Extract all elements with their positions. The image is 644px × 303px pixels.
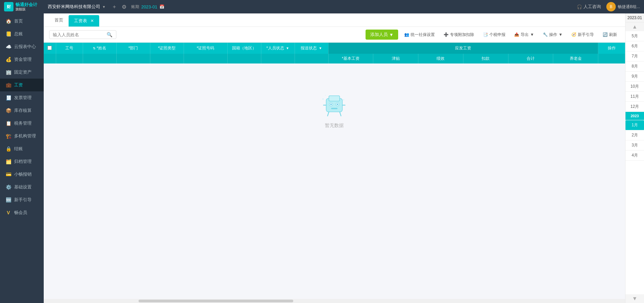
- sidebar-item-tax[interactable]: 📋 税务管理: [0, 117, 44, 130]
- user-menu[interactable]: B 畅捷通B组...: [606, 2, 640, 11]
- th-empty-3: [83, 54, 116, 63]
- sidebar-item-invoice[interactable]: 🧾 发票管理: [0, 91, 44, 104]
- sidebar-label-settings: 基础设置: [14, 184, 32, 190]
- user-avatar: B: [606, 2, 616, 11]
- month-4-2023[interactable]: 4月: [626, 150, 644, 161]
- social-settings-btn[interactable]: 👥 统一社保设置: [402, 31, 438, 39]
- export-dropdown-icon: ▼: [530, 32, 534, 37]
- month-7[interactable]: 7月: [626, 51, 644, 61]
- th-empty-8: [261, 54, 295, 63]
- status-filter-icon[interactable]: ▼: [286, 46, 289, 50]
- operation-icon: 🔧: [543, 32, 548, 37]
- year-2023-label: 2023: [626, 112, 644, 120]
- operation-btn[interactable]: 🔧 操作 ▼: [540, 31, 565, 39]
- scrollbar-thumb[interactable]: [139, 300, 293, 302]
- special-deduction-btn[interactable]: ➕ 专项附加扣除: [441, 31, 477, 39]
- th-performance: 绩效: [418, 54, 463, 63]
- year-month-label: 2023.01: [626, 13, 644, 23]
- sidebar-label-expense: 小畅报销: [14, 171, 32, 177]
- month-3-2023[interactable]: 3月: [626, 140, 644, 150]
- th-employee-id: 工号: [56, 43, 83, 54]
- svg-line-9: [328, 112, 329, 116]
- th-id-type: *证照类型: [150, 43, 184, 54]
- month-8[interactable]: 8月: [626, 61, 644, 72]
- th-name: ⇅ *姓名: [83, 43, 116, 54]
- tab-salary-table[interactable]: 工资表 ✕: [69, 15, 99, 27]
- month-2-2023[interactable]: 2月: [626, 130, 644, 140]
- tax-declaration-btn[interactable]: 📑 个税申报: [480, 31, 508, 39]
- social-settings-label: 统一社保设置: [411, 32, 435, 38]
- th-empty-2: [56, 54, 83, 63]
- calendar-icon[interactable]: 📅: [159, 4, 164, 9]
- sidebar-label-tax: 税务管理: [14, 120, 32, 126]
- svg-rect-1: [329, 96, 340, 101]
- add-person-label: 添加人员: [370, 32, 388, 38]
- svg-text:✦: ✦: [325, 94, 326, 96]
- main-layout: 🏠 首页 📒 总账 ☁️ 云报表中心 💰 资金管理 🏢 固定资产 💼 工资 🧾 …: [0, 13, 644, 303]
- th-nationality: 国籍（地区）: [227, 43, 261, 54]
- select-all-checkbox[interactable]: [47, 46, 52, 50]
- month-10[interactable]: 10月: [626, 82, 644, 92]
- sidebar-label-guide: 新手引导: [14, 197, 32, 203]
- search-icon[interactable]: 🔍: [107, 32, 112, 37]
- sidebar-item-home[interactable]: 🏠 首页: [0, 15, 44, 28]
- special-deduction-icon: ➕: [444, 32, 449, 37]
- guide-btn[interactable]: 🧭 新手引导: [569, 31, 597, 39]
- sidebar-item-fund[interactable]: 💰 资金管理: [0, 53, 44, 66]
- export-btn[interactable]: 📤 导出 ▼: [512, 31, 537, 39]
- sidebar-item-multi[interactable]: 🏗️ 多机构管理: [0, 130, 44, 142]
- scroll-down-btn[interactable]: ▼: [626, 294, 644, 303]
- sidebar-item-salary[interactable]: 💼 工资: [0, 79, 44, 91]
- sidebar-item-guide[interactable]: 🆕 新手引导: [0, 193, 44, 206]
- month-1-2023[interactable]: 1月: [626, 120, 644, 130]
- th-empty-9: [295, 54, 328, 63]
- tab-home-label: 首页: [54, 17, 63, 23]
- sidebar-item-report[interactable]: ☁️ 云报表中心: [0, 40, 44, 53]
- search-input[interactable]: [53, 32, 107, 37]
- tax-declaration-icon: 📑: [483, 32, 488, 37]
- sidebar-item-ledger[interactable]: 📒 总账: [0, 28, 44, 40]
- sidebar-label-fund: 资金管理: [14, 56, 32, 62]
- th-empty-4: [116, 54, 150, 63]
- company-name: 西安虾米网络科技有限公司: [48, 4, 100, 10]
- multi-icon: 🏗️: [5, 133, 11, 139]
- month-12[interactable]: 12月: [626, 102, 644, 112]
- horizontal-scrollbar[interactable]: [44, 299, 625, 303]
- sidebar-item-expense[interactable]: 💳 小畅报销: [0, 168, 44, 181]
- sidebar: 🏠 首页 📒 总账 ☁️ 云报表中心 💰 资金管理 🏢 固定资产 💼 工资 🧾 …: [0, 13, 44, 303]
- th-allowance: 津贴: [373, 54, 418, 63]
- month-5[interactable]: 5月: [626, 31, 644, 41]
- sidebar-item-archive[interactable]: 🗂️ 归档管理: [0, 155, 44, 168]
- refresh-btn[interactable]: 🔄 刷新: [600, 31, 620, 39]
- top-right: 🎧 人工咨询 B 畅捷通B组...: [577, 2, 640, 11]
- add-person-button[interactable]: 添加人员 ▼: [366, 30, 398, 40]
- tab-close-icon[interactable]: ✕: [90, 18, 94, 23]
- sidebar-item-closing[interactable]: 🔒 结账: [0, 142, 44, 155]
- operation-label: 操作: [549, 32, 557, 38]
- scroll-up-btn[interactable]: ▲: [626, 23, 644, 31]
- sidebar-item-member[interactable]: V 畅会员: [0, 206, 44, 219]
- month-11[interactable]: 11月: [626, 92, 644, 102]
- tab-home[interactable]: 首页: [49, 14, 69, 27]
- th-empty-op: [598, 54, 625, 63]
- month-9[interactable]: 9月: [626, 72, 644, 82]
- sidebar-item-inventory[interactable]: 📦 库存核算: [0, 104, 44, 117]
- support-btn[interactable]: 🎧 人工咨询: [577, 4, 601, 10]
- month-6[interactable]: 6月: [626, 41, 644, 51]
- th-department: *部门: [116, 43, 150, 54]
- report-icon: ☁️: [5, 44, 11, 49]
- tab-salary-label: 工资表: [74, 18, 87, 23]
- th-id-number: *证照号码: [184, 43, 227, 54]
- add-person-dropdown-icon: ▼: [389, 32, 393, 37]
- sidebar-label-inventory: 库存核算: [14, 107, 32, 114]
- add-company-btn[interactable]: ＋: [112, 3, 117, 10]
- th-submit-status: 报送状态 ▼: [295, 43, 328, 54]
- sidebar-item-settings[interactable]: ⚙️ 基础设置: [0, 181, 44, 193]
- th-base-salary: *基本工资: [328, 54, 373, 63]
- settings-btn[interactable]: ⚙: [122, 4, 126, 10]
- submit-filter-icon[interactable]: ▼: [319, 46, 322, 50]
- sidebar-item-asset[interactable]: 🏢 固定资产: [0, 66, 44, 79]
- tax-icon: 📋: [5, 121, 11, 126]
- company-selector[interactable]: 西安虾米网络科技有限公司 ▼: [48, 4, 106, 10]
- export-icon: 📤: [514, 32, 519, 37]
